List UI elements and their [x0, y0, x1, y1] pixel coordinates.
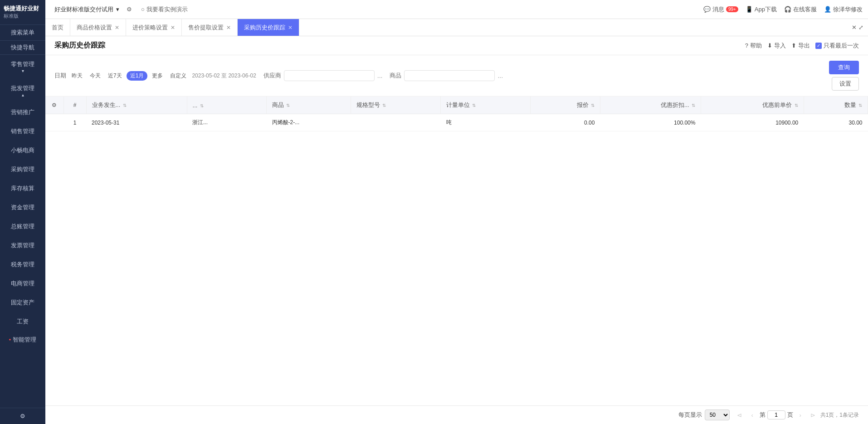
sort-icon: ⇅ — [692, 103, 695, 108]
tab-purchase[interactable]: 采购历史价跟踪 ✕ — [238, 19, 299, 36]
settings-icon-button[interactable]: ⚙ — [123, 3, 136, 16]
th-num: # — [63, 96, 86, 114]
sidebar-item-label: 小畅电商 — [11, 146, 34, 154]
tab-price[interactable]: 商品价格设置 ✕ — [70, 19, 126, 36]
app-download-button[interactable]: 📱 App下载 — [746, 5, 777, 14]
only-latest-checkbox[interactable]: ✓ 只看最后一次 — [815, 42, 859, 50]
help-label: 帮助 — [750, 42, 762, 50]
per-page-select[interactable]: 50 20 100 200 — [705, 410, 730, 420]
sidebar-item-inventory[interactable]: 库存核算 — [0, 179, 45, 198]
filter-settings-button[interactable]: 设置 — [832, 77, 859, 91]
first-page-button[interactable]: ⊲ — [734, 410, 745, 420]
th-gear[interactable]: ⚙ — [45, 96, 63, 114]
sidebar: 畅捷通好业财 标准版 搜索菜单 快捷导航 零售管理 ▾ 批发管理 ▴ 营销推广 … — [0, 0, 45, 424]
close-icon: ✕ — [852, 24, 857, 31]
sidebar-item-invoice[interactable]: 发票管理 — [0, 236, 45, 255]
sidebar-item-fixed[interactable]: 固定资产 — [0, 293, 45, 312]
sidebar-item-tax[interactable]: 税务管理 — [0, 255, 45, 274]
messages-button[interactable]: 💬 消息 99+ — [703, 5, 738, 14]
product-filter-group: 商品 ... — [390, 70, 503, 81]
sidebar-item-search[interactable]: 搜索菜单 — [0, 25, 45, 41]
online-service-button[interactable]: 🎧 在线客服 — [784, 5, 817, 14]
th-qty[interactable]: 数量 ⇅ — [804, 96, 868, 114]
date-opt-yesterday[interactable]: 昨天 — [69, 71, 85, 81]
th-price-label: 报价 — [577, 101, 589, 108]
row-price: 0.00 — [531, 114, 600, 131]
tab-sale[interactable]: 售价提取设置 ✕ — [182, 19, 238, 36]
import-button[interactable]: ⬇ 导入 — [767, 42, 786, 50]
sidebar-item-salary[interactable]: 工资 — [0, 312, 45, 331]
tab-price-close[interactable]: ✕ — [115, 24, 119, 31]
import-icon: ⬇ — [767, 42, 772, 49]
sidebar-item-retail[interactable]: 零售管理 ▾ — [0, 55, 45, 79]
sidebar-item-label: 营销推广 — [11, 108, 34, 116]
sidebar-item-marketing[interactable]: 营销推广 — [0, 103, 45, 122]
row-date: 2023-05-31 — [86, 114, 187, 131]
help-button[interactable]: ? 帮助 — [745, 42, 762, 50]
th-dots-label: ... — [193, 102, 198, 109]
user-menu[interactable]: 👤 徐泽华修改 — [824, 5, 863, 14]
message-icon: 💬 — [703, 6, 711, 13]
sidebar-item-smart[interactable]: ● 智能管理 — [0, 331, 45, 348]
tab-sale-close[interactable]: ✕ — [226, 24, 231, 31]
tab-bar: 首页 商品价格设置 ✕ 进价策略设置 ✕ 售价提取设置 ✕ 采购历史价跟踪 ✕ … — [45, 19, 868, 36]
th-date[interactable]: 业务发生... ⇅ — [86, 96, 187, 114]
import-label: 导入 — [774, 42, 786, 50]
th-pre-price[interactable]: 优惠前单价 ⇅ — [701, 96, 804, 114]
tab-purchase-close[interactable]: ✕ — [288, 24, 293, 31]
data-table: ⚙ # 业务发生... ⇅ ... ⇅ 商品 ⇅ — [45, 96, 868, 131]
tab-strategy-close[interactable]: ✕ — [171, 24, 175, 31]
date-opt-custom[interactable]: 自定义 — [167, 71, 189, 81]
table-row: 1 2023-05-31 浙江... 丙烯酸-2-... 吨 0.00 100.… — [45, 114, 868, 131]
prev-page-button[interactable]: ‹ — [747, 410, 758, 420]
page-number-input[interactable] — [767, 410, 785, 419]
export-button[interactable]: ⬆ 导出 — [791, 42, 810, 50]
sidebar-item-finance[interactable]: 资金管理 — [0, 198, 45, 217]
date-opt-today[interactable]: 今天 — [87, 71, 103, 81]
sidebar-item-ecom-small[interactable]: 小畅电商 — [0, 141, 45, 160]
tab-home[interactable]: 首页 — [45, 19, 70, 36]
next-page-button[interactable]: › — [795, 410, 806, 420]
th-product[interactable]: 商品 ⇅ — [267, 96, 351, 114]
app-logo: 畅捷通好业财 标准版 — [0, 0, 45, 25]
gear-icon: ⚙ — [20, 413, 25, 419]
sidebar-item-sales[interactable]: 销售管理 — [0, 122, 45, 141]
th-dots[interactable]: ... ⇅ — [187, 96, 267, 114]
top-right-area: 💬 消息 99+ 📱 App下载 🎧 在线客服 👤 徐泽华修改 — [703, 5, 863, 14]
version-selector[interactable]: 好业财标准版交付试用 ▾ — [51, 4, 123, 15]
sidebar-item-purchase[interactable]: 采购管理 — [0, 160, 45, 179]
tab-strategy[interactable]: 进价策略设置 ✕ — [126, 19, 182, 36]
th-price[interactable]: 报价 ⇅ — [531, 96, 600, 114]
sidebar-item-wholesale[interactable]: 批发管理 ▴ — [0, 79, 45, 103]
product-input[interactable] — [404, 70, 495, 81]
chevron-down-icon: ▾ — [116, 6, 119, 13]
product-filter-label: 商品 — [390, 72, 401, 80]
sidebar-item-quick-nav[interactable]: 快捷导航 — [0, 41, 45, 55]
tab-collapse-button[interactable]: ✕ ⤢ — [847, 19, 868, 36]
sidebar-item-label: 库存核算 — [11, 184, 34, 193]
last-page-button[interactable]: ⊳ — [808, 410, 819, 420]
th-date-label: 业务发生... — [92, 101, 121, 108]
date-opt-1month[interactable]: 近1月 — [127, 71, 148, 81]
th-spec[interactable]: 规格型号 ⇅ — [351, 96, 440, 114]
sort-icon: ⇅ — [795, 103, 798, 108]
product-dots[interactable]: ... — [497, 72, 503, 79]
th-discount[interactable]: 优惠折扣... ⇅ — [600, 96, 701, 114]
messages-label: 消息 — [712, 5, 724, 14]
date-opt-more[interactable]: 更多 — [149, 71, 166, 81]
sidebar-item-ledger[interactable]: 总账管理 — [0, 217, 45, 236]
th-unit[interactable]: 计量单位 ⇅ — [441, 96, 531, 114]
demo-link[interactable]: ○ 我要看实例演示 — [141, 5, 188, 14]
row-qty: 30.00 — [804, 114, 868, 131]
supplier-dots[interactable]: ... — [377, 72, 383, 79]
page-actions: ? 帮助 ⬇ 导入 ⬆ 导出 ✓ 只看最后一次 — [745, 42, 859, 50]
supplier-input[interactable] — [284, 70, 375, 81]
chevron-up-icon: ▴ — [22, 92, 24, 97]
date-filter-group: 日期 昨天 今天 近7天 近1月 更多 自定义 2023-05-02 至 202… — [54, 71, 256, 81]
query-button[interactable]: 查询 — [829, 61, 859, 74]
maximize-icon: ⤢ — [858, 24, 863, 31]
date-opt-7days[interactable]: 近7天 — [105, 71, 125, 81]
sidebar-item-ecom[interactable]: 电商管理 — [0, 274, 45, 293]
export-label: 导出 — [798, 42, 810, 50]
sidebar-item-settings[interactable]: ⚙ — [0, 408, 45, 424]
